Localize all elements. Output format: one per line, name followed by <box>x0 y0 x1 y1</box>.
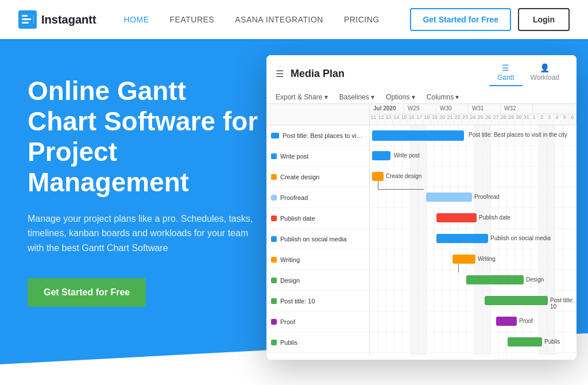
gantt-bar-social <box>436 234 488 243</box>
gantt-view-icon: ☰ <box>502 63 509 72</box>
day-27: 27 <box>492 114 500 125</box>
hero-cta-button[interactable]: Get Started for Free <box>28 278 146 307</box>
day-28: 28 <box>500 114 508 125</box>
day-25: 25 <box>477 114 485 125</box>
hero-subtitle: Manage your project plans like a pro. Sc… <box>28 211 258 256</box>
task-color-dot <box>271 215 277 221</box>
gantt-bar-label-pub-date: Publish date <box>479 214 510 221</box>
connector-line-h <box>378 189 424 190</box>
day-1: 1 <box>531 114 538 125</box>
day-14: 14 <box>393 114 400 125</box>
day-16: 16 <box>408 114 416 125</box>
task-row: Design <box>266 270 369 291</box>
nav-links: HOME FEATURES ASANA INTEGRATION PRICING <box>124 15 411 24</box>
task-color-dot <box>271 257 277 263</box>
gantt-bar-publis <box>508 337 542 346</box>
w29-label: W29 <box>404 104 436 114</box>
connector-arrow <box>458 264 459 272</box>
day-17: 17 <box>416 114 423 125</box>
task-name: Post title: 10 <box>280 298 315 305</box>
gantt-bar-proof2 <box>496 317 517 326</box>
task-color-dot <box>271 153 277 159</box>
task-color-dot <box>271 340 277 345</box>
gantt-window: ☰ Media Plan ☰ Gantt 👤 Workload Export &… <box>266 55 577 360</box>
task-color-dot <box>271 236 277 242</box>
gantt-baselines-menu[interactable]: Baselines ▾ <box>334 91 380 103</box>
day-3: 3 <box>546 114 554 125</box>
hamburger-icon[interactable]: ☰ <box>276 68 284 79</box>
day-23: 23 <box>462 114 469 125</box>
hero-content: Online Gantt Chart Software for Project … <box>0 39 281 307</box>
task-row: Publish on social media <box>266 229 369 249</box>
gantt-row-bg <box>370 311 577 332</box>
gantt-body: Post title: Best places to visit in the … <box>266 125 577 355</box>
task-name: Writing <box>280 256 300 263</box>
gantt-tab-label: Gantt <box>497 74 514 82</box>
gantt-export-menu[interactable]: Export & Share ▾ <box>276 91 334 103</box>
task-color-dot <box>271 278 277 283</box>
month-label: Jul 2020 <box>370 104 404 114</box>
nav-login-button[interactable]: Login <box>518 8 570 31</box>
gantt-bar-writing <box>452 255 475 264</box>
nav-pricing[interactable]: PRICING <box>344 15 380 24</box>
svg-rect-3 <box>22 22 29 24</box>
task-row: Writing <box>266 249 369 270</box>
nav-home[interactable]: HOME <box>124 15 149 24</box>
gantt-bar-des <box>466 275 524 284</box>
gantt-chart-area: Post title: Best places to visit in the … <box>370 125 577 355</box>
day-20: 20 <box>439 114 446 125</box>
task-name: Proof <box>280 318 295 325</box>
nav-asana[interactable]: ASANA INTEGRATION <box>235 15 323 24</box>
gantt-bar-proof <box>426 192 472 202</box>
gantt-tab-gantt[interactable]: ☰ Gantt <box>489 61 522 86</box>
logo-icon <box>18 10 37 29</box>
hero-title: Online Gantt Chart Software for Project … <box>28 76 258 198</box>
day-11: 11 <box>370 114 377 125</box>
svg-rect-1 <box>22 15 28 17</box>
gantt-task-list: Post title: Best places to visit in the … <box>266 125 370 355</box>
task-name: Post title: Best places to visit in the … <box>283 132 365 139</box>
gantt-columns-menu[interactable]: Columns ▾ <box>421 91 465 103</box>
task-name: Create design <box>280 174 320 180</box>
day-26: 26 <box>485 114 492 125</box>
svg-rect-2 <box>22 18 31 20</box>
nav-features[interactable]: FEATURES <box>170 15 215 24</box>
w31-label: W31 <box>469 104 501 114</box>
gantt-workload-label: Workload <box>531 74 559 82</box>
day-5: 5 <box>561 114 568 125</box>
day-24: 24 <box>469 114 477 125</box>
task-name: Publish on social media <box>280 236 347 242</box>
day-29: 29 <box>508 114 515 125</box>
task-name: Write post <box>280 153 308 160</box>
gantt-bar-label-design: Create design <box>386 173 421 179</box>
gantt-week-labels: Jul 2020 W29 W30 W31 W32 <box>370 104 577 114</box>
task-name: Publish date <box>280 215 315 222</box>
task-color-dot <box>271 174 277 180</box>
w32-label: W32 <box>501 104 533 114</box>
gantt-bar-label: Post title: Best places to visit in the … <box>469 132 567 138</box>
workload-view-icon: 👤 <box>540 63 550 72</box>
logo-text: Instagantt <box>41 13 96 26</box>
connector-line <box>378 181 378 189</box>
day-2: 2 <box>538 114 546 125</box>
gantt-dates-header: Jul 2020 W29 W30 W31 W32 11 12 13 14 15 … <box>370 104 577 125</box>
gantt-bar-label-post10: Post title: 10 <box>550 297 577 310</box>
nav-cta-button[interactable]: Get Started for Free <box>410 8 510 31</box>
task-row: Publish date <box>266 208 369 229</box>
gantt-title-row: ☰ Media Plan ☰ Gantt 👤 Workload <box>276 61 567 86</box>
task-row <box>266 353 369 355</box>
day-18: 18 <box>423 114 431 125</box>
gantt-bar-label-proof2: Proof <box>519 318 533 324</box>
day-22: 22 <box>454 114 462 125</box>
task-row: Post title: Best places to visit in the … <box>266 125 369 146</box>
logo[interactable]: Instagantt <box>18 10 96 29</box>
gantt-options-menu[interactable]: Options ▾ <box>380 91 421 103</box>
gantt-bar-write <box>372 151 390 160</box>
day-15: 15 <box>400 114 408 125</box>
task-row: Write post <box>266 146 369 167</box>
day-6: 6 <box>569 114 577 125</box>
gantt-plan-title: Media Plan <box>291 68 345 80</box>
gantt-tab-workload[interactable]: 👤 Workload <box>523 61 567 86</box>
gantt-bar-design <box>372 172 384 181</box>
gantt-bar-label-des: Design <box>526 276 544 283</box>
